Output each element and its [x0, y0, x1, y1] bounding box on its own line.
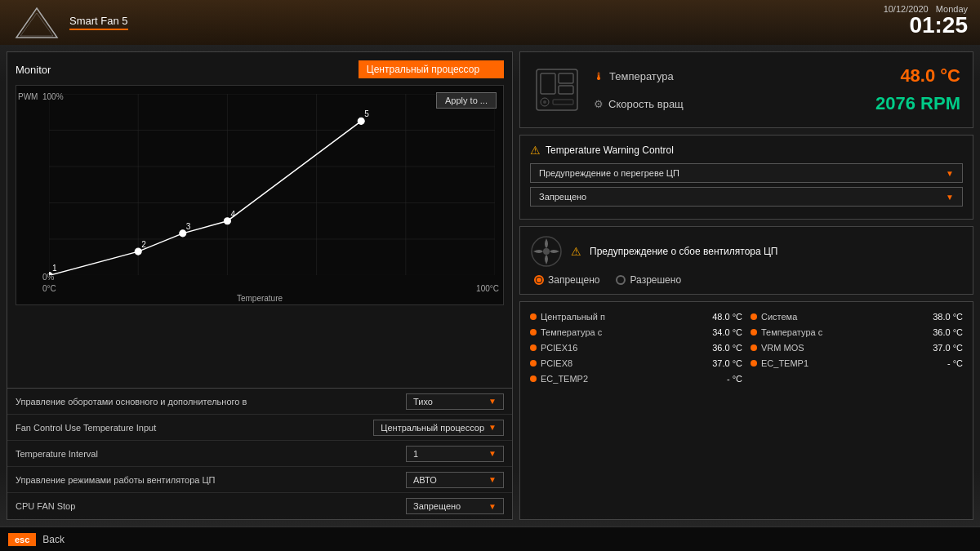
- setting-value-1: Центральный процессор ▼: [373, 420, 504, 436]
- chart-x-label: Temperature: [237, 294, 283, 303]
- dropdown-arrow-1: ▼: [488, 423, 497, 432]
- svg-point-19: [358, 118, 364, 124]
- svg-point-30: [543, 100, 546, 104]
- temp-item-7: EC_TEMP1 - °C: [751, 357, 963, 370]
- left-panel: Monitor Центральный процессор ▼ PWM 100%…: [7, 51, 513, 520]
- fan-warning-title: Предупреждение о сбое вентилятора ЦП: [590, 246, 777, 257]
- temp-dot-0: [530, 313, 537, 320]
- temp-rpm-values: 🌡 Температура 48.0 °C ⚙ Скорость вращ 20…: [594, 62, 960, 118]
- temp-item-8: EC_TEMP2 - °C: [530, 372, 742, 385]
- smart-fan-tab[interactable]: Smart Fan 5: [69, 15, 128, 30]
- warning-title: Temperature Warning Control: [546, 144, 674, 156]
- svg-rect-31: [553, 100, 573, 104]
- datetime: 10/12/2020 Monday 01:25: [884, 4, 968, 37]
- warning-dropdown-1[interactable]: Предупреждение о перегреве ЦП ▼: [530, 163, 963, 183]
- rpm-label: ⚙ Скорость вращ: [594, 98, 684, 110]
- setting-dropdown-0[interactable]: Тихо ▼: [406, 393, 504, 410]
- temp-name-6: PCIEX8: [541, 358, 697, 368]
- settings-area: Управление оборотами основного и дополни…: [7, 389, 513, 520]
- warning-dropdown-2[interactable]: Запрещено ▼: [530, 187, 963, 207]
- svg-rect-27: [559, 73, 573, 83]
- monitor-source-dropdown[interactable]: Центральный процессор ▼: [359, 60, 504, 78]
- warning-header: ⚠ Temperature Warning Control: [530, 144, 963, 157]
- radio-zapresheno[interactable]: Запрещено: [534, 274, 599, 286]
- setting-row-2: Temperature Interval 1 ▼: [7, 441, 512, 467]
- temp-dot-1: [751, 313, 757, 320]
- temp-name-7: EC_TEMP1: [761, 358, 918, 368]
- temp-val-0: 48.0 °C: [702, 312, 742, 322]
- temp-dot-3: [751, 329, 757, 335]
- temp-val-6: 37.0 °C: [702, 358, 742, 368]
- svg-text:1: 1: [52, 264, 57, 273]
- warning-dropdown-row-2: Запрещено ▼: [530, 187, 963, 207]
- fan-warning-box: ⚠ Предупреждение о сбое вентилятора ЦП З…: [519, 226, 973, 295]
- temp-row: 🌡 Температура 48.0 °C: [594, 62, 960, 90]
- setting-row-4: CPU FAN Stop Запрещено ▼: [7, 493, 512, 519]
- fan-warning-icon: ⚠: [571, 245, 581, 258]
- monitor-title: Monitor: [16, 64, 51, 76]
- main-content: Monitor Центральный процессор ▼ PWM 100%…: [0, 45, 980, 527]
- chart-area: PWM 100% 0% 0°C 100°C Temperature Apply …: [16, 85, 504, 305]
- temp-val-1: 38.0 °C: [922, 312, 963, 322]
- temp-label: 🌡 Температура: [594, 70, 674, 82]
- warning-triangle-icon: ⚠: [530, 144, 541, 157]
- setting-dropdown-2[interactable]: 1 ▼: [406, 446, 504, 462]
- temp-rpm-area: 🌡 Температура 48.0 °C ⚙ Скорость вращ 20…: [532, 62, 960, 118]
- temp-item-2: Температура с 34.0 °C: [530, 326, 742, 339]
- temp-val-3: 36.0 °C: [922, 327, 963, 337]
- time-display: 01:25: [884, 14, 968, 37]
- svg-text:2: 2: [141, 240, 146, 249]
- setting-label-3: Управление режимами работы вентилятора Ц…: [16, 475, 406, 485]
- radio-circle-1: [534, 275, 544, 285]
- temp-dot-8: [530, 375, 537, 382]
- temp-val-8: - °C: [702, 374, 742, 384]
- temp-name-2: Температура с: [541, 327, 697, 337]
- logo-area: AORUS Smart Fan 5: [0, 7, 128, 39]
- rpm-row: ⚙ Скорость вращ 2076 RPM: [594, 90, 960, 118]
- setting-value-2: 1 ▼: [406, 446, 504, 462]
- temp-item-4: PCIEX16 36.0 °C: [530, 341, 742, 354]
- header: AORUS Smart Fan 5 10/12/2020 Monday 01:2…: [0, 0, 980, 45]
- temp-value: 48.0 °C: [900, 65, 960, 87]
- monitor-box: Monitor Центральный процессор ▼ PWM 100%…: [7, 51, 513, 389]
- setting-value-0: Тихо ▼: [406, 393, 504, 410]
- dropdown-arrow-4: ▼: [488, 502, 497, 511]
- setting-dropdown-3[interactable]: АВТО ▼: [406, 472, 504, 488]
- aorus-logo: AORUS: [12, 7, 61, 39]
- svg-text:5: 5: [364, 109, 369, 118]
- fan-icon: [530, 235, 563, 268]
- right-panel: 🌡 Температура 48.0 °C ⚙ Скорость вращ 20…: [519, 51, 973, 520]
- monitor-header: Monitor Центральный процессор ▼: [16, 60, 504, 78]
- pc-icon: [532, 65, 581, 114]
- setting-label-0: Управление оборотами основного и дополни…: [16, 397, 406, 407]
- temp-dot-2: [530, 329, 537, 335]
- dropdown-arrow-warn2: ▼: [946, 193, 954, 202]
- temp-name-8: EC_TEMP2: [541, 374, 697, 384]
- temp-val-7: - °C: [922, 358, 963, 368]
- setting-dropdown-1[interactable]: Центральный процессор ▼: [373, 420, 504, 436]
- temp-name-0: Центральный п: [541, 312, 697, 322]
- rpm-value: 2076 RPM: [875, 93, 960, 114]
- back-label: Back: [42, 534, 65, 545]
- radio-circle-2: [616, 275, 626, 285]
- temp-dot-5: [751, 344, 757, 351]
- esc-button[interactable]: esc: [8, 533, 36, 546]
- dropdown-arrow-3: ▼: [488, 475, 497, 484]
- temp-item-3: Температура с 36.0 °C: [751, 326, 963, 339]
- bottom-bar: esc Back: [0, 527, 980, 551]
- temp-item-6: PCIEX8 37.0 °C: [530, 357, 742, 370]
- svg-point-18: [224, 218, 230, 224]
- fan-icon-area: ⚠ Предупреждение о сбое вентилятора ЦП: [530, 235, 777, 268]
- setting-row-0: Управление оборотами основного и дополни…: [7, 389, 512, 415]
- setting-value-4: Запрещено ▼: [406, 498, 504, 514]
- svg-text:4: 4: [230, 210, 235, 219]
- fan-warning-header: ⚠ Предупреждение о сбое вентилятора ЦП: [530, 235, 963, 268]
- temp-name-3: Температура с: [761, 327, 918, 337]
- thermometer-icon: 🌡: [594, 70, 604, 82]
- temp-val-4: 36.0 °C: [702, 343, 742, 353]
- temp-rpm-box: 🌡 Температура 48.0 °C ⚙ Скорость вращ 20…: [519, 51, 973, 128]
- radio-razresheno[interactable]: Разрешено: [616, 274, 681, 286]
- temp-val-5: 37.0 °C: [922, 343, 963, 353]
- setting-dropdown-4[interactable]: Запрещено ▼: [406, 498, 504, 514]
- temp-item-1: Система 38.0 °C: [751, 310, 963, 323]
